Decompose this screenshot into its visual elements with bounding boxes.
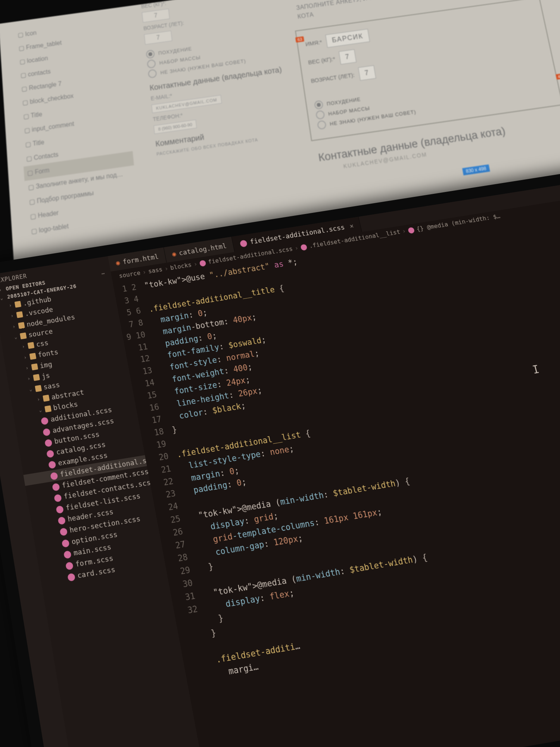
sass-icon: ⬤ xyxy=(49,470,59,481)
sass-icon: ⬤ xyxy=(57,515,66,526)
name-label: ИМЯ:* xyxy=(305,39,323,47)
figma-canvas-left-form: ВЕС (КГ)*: 7 ВОЗРАСТ (ЛЕТ): 7 ПОХУДЕНИЕН… xyxy=(141,0,296,159)
html-icon: ◉ xyxy=(115,258,121,267)
measure-badge: 63 xyxy=(295,36,304,43)
name-input: БАРСИК xyxy=(326,29,370,47)
sass-icon: ⬤ xyxy=(199,259,206,267)
breadcrumb-segment[interactable]: source xyxy=(118,269,141,280)
weight-value: 7 xyxy=(142,9,170,22)
breadcrumb-segment[interactable]: blocks xyxy=(169,261,192,272)
sass-icon: ⬤ xyxy=(65,560,74,571)
selection-size-badge: 830 x 498 xyxy=(462,164,490,175)
sass-icon: ⬤ xyxy=(300,243,308,251)
html-icon: ◉ xyxy=(171,249,177,258)
sass-icon: ⬤ xyxy=(55,503,64,514)
sass-icon: ⬤ xyxy=(66,571,76,583)
weight-label-r: ВЕС (КГ):* xyxy=(308,55,336,65)
sass-icon: ⬤ xyxy=(42,426,51,437)
sass-icon: ⬤ xyxy=(53,492,62,503)
age-label-r: ВОЗРАСТ (ЛЕТ): xyxy=(310,71,355,84)
sass-icon: ⬤ xyxy=(63,549,72,560)
sass-icon: ⬤ xyxy=(47,459,57,470)
sass-icon: ⬤ xyxy=(51,481,60,492)
vscode-window: EXPLORER › OPEN EDITORS ⋯ ⌄ 2085107-CAT-… xyxy=(0,179,560,747)
close-icon[interactable]: × xyxy=(349,221,354,230)
weight-label: ВЕС (КГ)*: xyxy=(141,0,275,9)
sass-icon: ⬤ xyxy=(44,437,53,447)
sass-icon: ⬤ xyxy=(61,537,70,548)
laptop-bezel: EXPLORER › OPEN EDITORS ⋯ ⌄ 2085107-CAT-… xyxy=(0,167,560,747)
sass-icon: ⬤ xyxy=(59,526,68,537)
figma-layers-panel: ▢ Icon▢ Frame_tablet▢ location▢ contacts… xyxy=(14,15,140,239)
sass-icon: ⬤ xyxy=(407,226,415,234)
weight-input-r: 7 xyxy=(339,49,357,65)
sass-icon: ⬤ xyxy=(46,448,55,459)
sass-icon: ⬤ xyxy=(239,238,248,247)
measure-badge-right: 416 xyxy=(556,73,560,80)
sass-icon: ⬤ xyxy=(40,415,49,426)
figma-canvas-right-preview: Подбор программы ЗАПОЛНИТЕ АНКЕТУ, И МЫ … xyxy=(292,0,560,173)
phone-value: 8 (960) 900-60-90 xyxy=(153,120,197,134)
age-input-r: 7 xyxy=(358,65,376,81)
age-value: 7 xyxy=(144,31,172,45)
breadcrumb-segment[interactable]: sass xyxy=(147,266,163,275)
